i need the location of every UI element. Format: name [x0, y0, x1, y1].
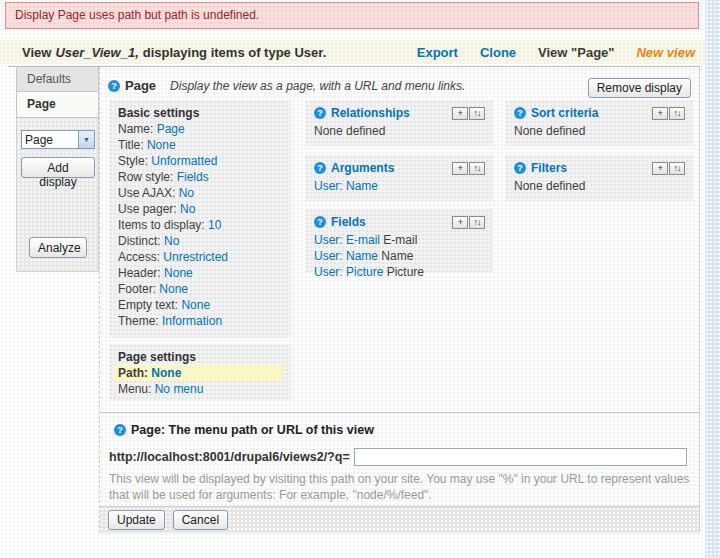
remove-display-button[interactable]: Remove display	[588, 78, 691, 98]
rearrange-icon[interactable]: ↑↓	[469, 216, 485, 229]
export-link[interactable]: Export	[417, 45, 458, 60]
tab-page[interactable]: Page	[16, 92, 99, 118]
fields-box: ? Fields + ↑↓ User: E-mail E-mail User: …	[305, 209, 493, 273]
section-actions: + ↑↓	[652, 162, 685, 175]
setting-row: Footer: None	[118, 281, 283, 297]
section-header: ? Relationships + ↑↓	[314, 105, 485, 121]
setting-value-link[interactable]: No	[179, 186, 194, 200]
display-sidebar-panel: Page ▼ Add display Analyze	[16, 118, 99, 272]
setting-value-link[interactable]: No	[164, 234, 179, 248]
basic-settings-title: Basic settings	[118, 105, 283, 121]
setting-row: Items to display: 10	[118, 217, 283, 233]
help-icon[interactable]: ?	[314, 107, 326, 119]
setting-value-link[interactable]: None	[164, 266, 193, 280]
rearrange-icon[interactable]: ↑↓	[669, 162, 685, 175]
section-header: ? Sort criteria + ↑↓	[514, 105, 685, 121]
display-settings-panel: ? Page Display the view as a page, with …	[99, 67, 700, 533]
view-summary-prefix: View	[22, 45, 51, 60]
setting-value-link[interactable]: None	[159, 282, 188, 296]
setting-value-link[interactable]: None	[147, 138, 176, 152]
views-ui-screen: Display Page uses path but path is undef…	[0, 0, 720, 558]
help-icon[interactable]: ?	[514, 162, 526, 174]
cancel-button[interactable]: Cancel	[173, 510, 228, 530]
tab-defaults[interactable]: Defaults	[16, 67, 99, 92]
help-icon[interactable]: ?	[314, 216, 326, 228]
filters-title-link[interactable]: Filters	[531, 160, 652, 176]
setting-value-link[interactable]: Unformatted	[151, 154, 217, 168]
path-form-title-text: Page: The menu path or URL of this view	[131, 423, 374, 437]
field-link[interactable]: User: Name	[314, 249, 378, 263]
update-button[interactable]: Update	[108, 510, 165, 530]
add-icon[interactable]: +	[652, 162, 668, 175]
add-icon[interactable]: +	[452, 107, 468, 120]
field-label: Name	[378, 249, 413, 263]
setting-row: Theme: Information	[118, 313, 283, 329]
field-row: User: Picture Picture	[314, 264, 485, 280]
setting-value-link[interactable]: Page	[157, 122, 185, 136]
form-actions-bar: Update Cancel	[100, 506, 699, 533]
field-label: E-mail	[380, 233, 417, 247]
setting-value-link[interactable]: Fields	[177, 170, 209, 184]
sort-criteria-box: ? Sort criteria + ↑↓ None defined	[505, 100, 693, 146]
rearrange-icon[interactable]: ↑↓	[469, 162, 485, 175]
page-settings-box: Page settings Path: None Menu: No menu	[109, 344, 291, 401]
path-input[interactable]	[354, 448, 687, 466]
setting-row: Style: Unformatted	[118, 153, 283, 169]
setting-label: Access:	[118, 250, 160, 264]
setting-label: Empty text:	[118, 298, 178, 312]
analyze-button[interactable]: Analyze	[29, 237, 87, 258]
relationships-title-link[interactable]: Relationships	[331, 105, 452, 121]
argument-link[interactable]: User: Name	[314, 179, 378, 193]
sort-criteria-title-link[interactable]: Sort criteria	[531, 105, 652, 121]
setting-value-link[interactable]: 10	[208, 218, 221, 232]
view-name: User_View_1,	[55, 45, 138, 60]
setting-label: Title:	[118, 138, 144, 152]
setting-value-link[interactable]: None	[181, 298, 210, 312]
field-link[interactable]: User: Picture	[314, 265, 383, 279]
setting-row: Name: Page	[118, 121, 283, 137]
field-link[interactable]: User: E-mail	[314, 233, 380, 247]
error-message-banner: Display Page uses path but path is undef…	[5, 2, 699, 29]
arguments-title-link[interactable]: Arguments	[331, 160, 452, 176]
new-view-link[interactable]: New view	[636, 45, 695, 60]
setting-label: Items to display:	[118, 218, 205, 232]
section-header: ? Fields + ↑↓	[314, 214, 485, 230]
help-icon[interactable]: ?	[108, 80, 120, 92]
display-type-select[interactable]: Page ▼	[21, 130, 95, 149]
menu-value-link[interactable]: No menu	[155, 382, 204, 396]
view-summary-bar: View User_View_1, displaying items of ty…	[0, 40, 705, 64]
setting-label: Use pager:	[118, 202, 177, 216]
add-display-button[interactable]: Add display	[21, 157, 95, 178]
field-row: User: Name Name	[314, 248, 485, 264]
view-page-link[interactable]: View "Page"	[538, 45, 614, 60]
help-icon[interactable]: ?	[114, 424, 126, 436]
sort-criteria-empty-text: None defined	[514, 123, 685, 139]
setting-value-link[interactable]: Information	[162, 314, 222, 328]
setting-label: Style:	[118, 154, 148, 168]
filters-empty-text: None defined	[514, 178, 685, 194]
menu-setting-row: Menu: No menu	[118, 381, 283, 397]
help-icon[interactable]: ?	[314, 162, 326, 174]
arguments-box: ? Arguments + ↑↓ User: Name	[305, 155, 493, 201]
path-value-link[interactable]: None	[151, 366, 181, 380]
rearrange-icon[interactable]: ↑↓	[469, 107, 485, 120]
filters-box: ? Filters + ↑↓ None defined	[505, 155, 693, 201]
setting-row: Empty text: None	[118, 297, 283, 313]
setting-value-link[interactable]: Unrestricted	[163, 250, 228, 264]
add-icon[interactable]: +	[652, 107, 668, 120]
basic-settings-box: Basic settings Name: Page Title: None St…	[109, 100, 291, 338]
chevron-down-icon[interactable]: ▼	[78, 131, 94, 148]
display-type-select-value: Page	[22, 133, 78, 147]
section-actions: + ↑↓	[452, 162, 485, 175]
rearrange-icon[interactable]: ↑↓	[669, 107, 685, 120]
fields-title-link[interactable]: Fields	[331, 214, 452, 230]
add-icon[interactable]: +	[452, 216, 468, 229]
setting-value-link[interactable]: No	[180, 202, 195, 216]
clone-link[interactable]: Clone	[480, 45, 516, 60]
help-icon[interactable]: ?	[514, 107, 526, 119]
setting-row: Access: Unrestricted	[118, 249, 283, 265]
field-row: User: E-mail E-mail	[314, 232, 485, 248]
field-label: Picture	[383, 265, 424, 279]
section-actions: + ↑↓	[452, 107, 485, 120]
add-icon[interactable]: +	[452, 162, 468, 175]
